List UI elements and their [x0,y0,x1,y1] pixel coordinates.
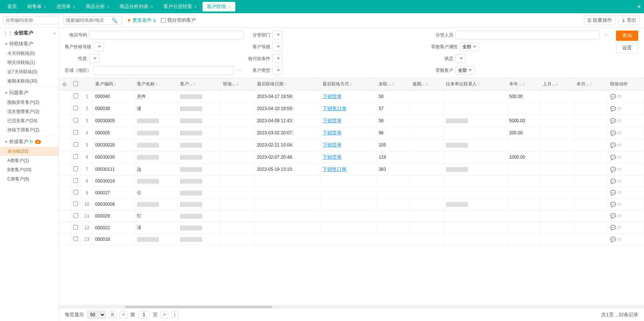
tab-goods-analysis[interactable]: 商品分析 × [81,2,114,11]
comment-icon[interactable]: 💬 [610,179,616,184]
value-header[interactable]: ▼ 价值客户 ↻ ● [0,137,59,147]
cell-checkbox[interactable] [71,151,81,163]
comment-icon[interactable]: 💬 [610,94,616,99]
customer-type-select[interactable] [272,66,283,75]
col-inter-company[interactable]: 往来单位联系人⇅ [444,78,507,91]
sidebar-all-customers[interactable]: ⋮⋮ 全部客户 « [0,28,59,39]
comment-icon[interactable]: 💬 [610,106,616,112]
grid-icon[interactable]: ⊓ [617,118,621,124]
prev-page-button[interactable]: < [120,311,127,318]
sidebar-item-churned[interactable]: 已流失客户(24) [0,116,59,126]
comment-icon[interactable]: 💬 [610,142,616,148]
grid-icon[interactable]: ⊓ [617,130,621,136]
col-last-month[interactable]: 上月...⇅ [541,78,574,91]
retail-attr-select[interactable]: 全部 [460,42,479,51]
contact-method-link[interactable]: 下销货单 [323,94,342,99]
horizontal-scrollbar[interactable] [59,305,644,308]
grid-icon[interactable]: ⊓ [617,237,621,242]
scrollbar-thumb[interactable] [125,306,272,308]
tab-home[interactable]: 首页 [3,2,21,11]
comment-icon[interactable]: 💬 [610,213,616,219]
row-checkbox[interactable] [73,190,78,195]
row-checkbox[interactable] [73,118,78,123]
collapse-all-icon[interactable]: « [53,31,56,35]
first-page-button[interactable]: K [109,311,117,318]
query-button[interactable]: 查询 [616,31,638,41]
cell-checkbox[interactable] [71,103,81,115]
select-all-checkbox[interactable] [73,81,78,86]
tab-customer-layer[interactable]: 客户分层经客 × [159,2,201,11]
sidebar-item-overdue-pending[interactable]: 逾期未联络(30) [0,77,59,86]
col-gear[interactable]: ⚙ [59,78,71,91]
grid-icon[interactable]: ⊓ [617,106,621,112]
cell-checkbox[interactable] [71,234,81,245]
col-name[interactable]: 客户名称⇅ [135,78,178,91]
sidebar-item-class-c[interactable]: C类客户(6) [0,174,59,184]
col-contact[interactable]: 联络...⇅ [221,78,254,91]
col-this-year[interactable]: 本年...⇅ [507,78,540,91]
tab-purchase[interactable]: 进货单 × [52,2,80,11]
grid-icon[interactable]: ⊓ [617,225,621,230]
tab-goods-list[interactable]: 商品分析列表 × [115,2,157,11]
my-customers-checkbox[interactable] [161,18,166,23]
sidebar-item-class-a[interactable]: A类客户(1) [0,156,59,165]
col-this-month[interactable]: 本月...⇅ [574,78,608,91]
contact-method-link[interactable]: 下销货单 [323,130,342,135]
cell-checkbox[interactable] [71,199,81,210]
cell-checkbox[interactable] [71,127,81,139]
table-container[interactable]: ⚙ 客户编码⇅ 客户名称⇅ 客户...⇅ 联络...⇅ 最后联络日期⇅ 最后联络… [59,78,644,305]
contact-method-link[interactable]: 下销货单 [323,154,342,160]
sidebar-item-churn-warning[interactable]: 流失预警客户(3) [0,107,59,116]
close-goods-analysis-tab[interactable]: × [107,4,109,9]
cell-checkbox[interactable] [71,115,81,127]
close-goods-list-tab[interactable]: × [151,4,153,9]
cell-checkbox[interactable] [71,210,81,222]
batch-op-button[interactable]: ☰ 批量操作 [584,15,615,25]
close-sales-tab[interactable]: × [44,4,46,9]
per-page-select[interactable]: 50 100 200 [87,311,106,319]
col-code[interactable]: 客户编码⇅ [93,78,135,91]
sidebar-search-input[interactable] [3,16,59,24]
cell-checkbox[interactable] [71,91,81,103]
comment-icon[interactable]: 💬 [610,167,616,172]
refresh-icon[interactable]: ↻ [29,139,33,144]
pending-header[interactable]: ▼ 待联络客户 [0,39,59,49]
row-checkbox[interactable] [73,225,78,230]
grid-icon[interactable]: ⊓ [617,155,621,160]
export-button[interactable]: ⇓ 导出 [618,15,640,25]
sidebar-item-class-b[interactable]: B类客户(33) [0,165,59,174]
reset-button[interactable]: 设置 [616,42,638,53]
payment-select[interactable] [272,54,283,63]
col-checkbox[interactable] [71,78,81,91]
col-type[interactable]: 客户...⇅ [178,78,221,91]
col-last-date[interactable]: 最后联络日期⇅ [254,78,320,91]
grid-icon[interactable]: ⊓ [617,94,621,99]
region-input[interactable] [94,66,233,75]
next-page-button[interactable]: > [161,311,168,318]
row-checkbox[interactable] [73,142,78,147]
grid-icon[interactable]: ⊓ [617,190,621,195]
comment-icon[interactable]: 💬 [610,225,616,230]
cell-checkbox[interactable] [71,163,81,176]
row-checkbox[interactable] [73,106,78,110]
cell-checkbox[interactable] [71,222,81,234]
filter-search-icon[interactable]: 🔍 [112,18,117,23]
cell-checkbox[interactable] [71,176,81,187]
row-checkbox[interactable] [73,213,78,218]
price-grade-select[interactable] [94,42,104,51]
manager-dots[interactable]: ⋯ [602,32,610,38]
contact-method-link[interactable]: 下销售订单 [323,106,346,111]
close-all-button[interactable]: × [637,3,641,11]
comment-icon[interactable]: 💬 [610,155,616,160]
grid-icon[interactable]: ⊓ [617,213,621,219]
gear-icon[interactable]: ⚙ [62,81,67,87]
contact-method-link[interactable]: 下销货单 [323,118,342,123]
my-customers-checkbox-label[interactable]: 我分管的客户 [161,17,196,24]
problem-header[interactable]: ▼ 问题客户 [0,88,59,98]
page-number-input[interactable] [138,311,150,318]
phone-input[interactable] [89,31,244,39]
retail-customer-select[interactable]: 全部 [455,66,475,75]
row-checkbox[interactable] [73,236,78,241]
grid-icon[interactable]: ⊓ [617,179,621,184]
grid-icon[interactable]: ⊓ [617,142,621,148]
